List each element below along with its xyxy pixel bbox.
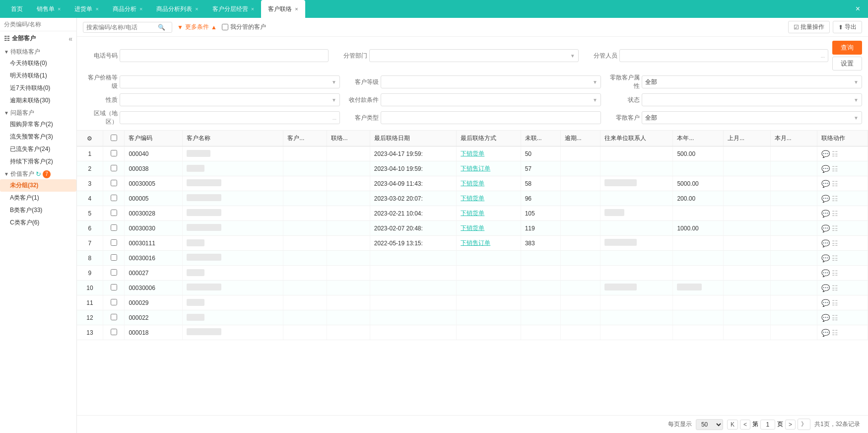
comment-icon[interactable]: 💬: [821, 314, 830, 322]
sidebar-item-overdue[interactable]: 逾期未联络(30): [0, 94, 76, 107]
sidebar-item-declining[interactable]: 持续下滑客户(2): [0, 155, 76, 168]
my-customers-checkbox[interactable]: [222, 24, 228, 30]
grid-action-icon[interactable]: ☷: [832, 224, 838, 232]
export-button[interactable]: ⬆ 导出: [833, 21, 862, 33]
row-checkbox[interactable]: [111, 299, 117, 305]
tab-product-analysis-close[interactable]: ×: [139, 6, 142, 12]
cell-check[interactable]: [103, 191, 125, 206]
cell-check[interactable]: [103, 176, 125, 191]
sync-icon[interactable]: ↻: [36, 170, 41, 178]
page-size-select[interactable]: 50 20 100: [696, 419, 723, 430]
reset-button[interactable]: 设置: [832, 57, 862, 71]
sidebar-item-classC[interactable]: C类客户(6): [0, 216, 76, 229]
payment-select[interactable]: ▼: [381, 93, 601, 106]
comment-icon[interactable]: 💬: [821, 195, 830, 203]
grid-action-icon[interactable]: ☷: [832, 299, 838, 307]
more-conditions-btn[interactable]: ▼ 更多条件 ▲: [177, 23, 217, 31]
sidebar-item-today[interactable]: 今天待联络(0): [0, 57, 76, 70]
grid-action-icon[interactable]: ☷: [832, 239, 838, 247]
cell-check[interactable]: [103, 266, 125, 281]
cell-check[interactable]: [103, 310, 125, 325]
method-link[interactable]: 下销售订单: [461, 239, 490, 246]
th-settings[interactable]: ⚙: [77, 131, 103, 146]
scatter-cust-select[interactable]: 全部 ▼: [642, 111, 862, 124]
comment-icon[interactable]: 💬: [821, 180, 830, 188]
row-checkbox[interactable]: [111, 239, 117, 246]
search-input[interactable]: [86, 24, 156, 31]
sidebar-item-churned[interactable]: 已流失客户(24): [0, 143, 76, 155]
cell-check[interactable]: [103, 325, 125, 340]
nature-select[interactable]: ▼: [120, 93, 340, 106]
tab-product-analysis[interactable]: 商品分析 ×: [106, 0, 149, 18]
sidebar-item-classB[interactable]: B类客户(33): [0, 204, 76, 216]
scatter-attr-select[interactable]: 全部 ▼: [642, 75, 862, 88]
comment-icon[interactable]: 💬: [821, 150, 830, 158]
check-all[interactable]: [111, 135, 117, 141]
th-check[interactable]: [103, 131, 125, 146]
grid-action-icon[interactable]: ☷: [832, 180, 838, 188]
row-checkbox[interactable]: [111, 269, 117, 276]
page-input[interactable]: [760, 420, 775, 430]
batch-op-button[interactable]: ☑ 批量操作: [788, 21, 830, 33]
comment-icon[interactable]: 💬: [821, 284, 830, 292]
grid-action-icon[interactable]: ☷: [832, 150, 838, 158]
cell-check[interactable]: [103, 206, 125, 221]
last-page-btn[interactable]: 》: [798, 419, 810, 430]
row-checkbox[interactable]: [111, 150, 117, 156]
tab-home[interactable]: 首页: [4, 0, 30, 18]
close-all-tabs[interactable]: ×: [852, 4, 864, 13]
sidebar-search-input[interactable]: [4, 21, 77, 28]
tab-customer-contact-close[interactable]: ×: [295, 6, 298, 12]
row-checkbox[interactable]: [111, 224, 117, 231]
manager-select[interactable]: ...: [619, 49, 828, 62]
cust-type-select[interactable]: [381, 111, 601, 124]
cell-check[interactable]: [103, 221, 125, 236]
tab-product-analysis-list-close[interactable]: ×: [195, 6, 198, 12]
next-page-btn[interactable]: >: [785, 420, 796, 430]
comment-icon[interactable]: 💬: [821, 239, 830, 247]
row-checkbox[interactable]: [111, 165, 117, 171]
comment-icon[interactable]: 💬: [821, 224, 830, 232]
row-checkbox[interactable]: [111, 329, 117, 335]
group-problem-customer[interactable]: ▼ 问题客户: [0, 107, 76, 118]
cell-check[interactable]: [103, 146, 125, 161]
row-checkbox[interactable]: [111, 314, 117, 320]
comment-icon[interactable]: 💬: [821, 299, 830, 307]
query-button[interactable]: 查询: [832, 41, 862, 55]
prev-page-btn[interactable]: <: [740, 420, 750, 430]
grid-action-icon[interactable]: ☷: [832, 195, 838, 203]
collapse-sidebar-icon[interactable]: «: [68, 35, 72, 43]
region-select[interactable]: ...: [120, 111, 340, 124]
sidebar-item-7days[interactable]: 近7天待联络(0): [0, 82, 76, 94]
grid-action-icon[interactable]: ☷: [832, 314, 838, 322]
tab-customer-tier[interactable]: 客户分层经营 ×: [205, 0, 261, 18]
method-link[interactable]: 下销售订单: [461, 165, 490, 172]
row-checkbox[interactable]: [111, 195, 117, 201]
grid-action-icon[interactable]: ☷: [832, 165, 838, 173]
row-checkbox[interactable]: [111, 180, 117, 186]
method-link[interactable]: 下销货单: [461, 150, 484, 157]
group-value-customer[interactable]: ▼ 价值客户 ↻ 7: [0, 168, 76, 179]
sidebar-item-unassigned[interactable]: 未分组(32): [0, 179, 76, 192]
cell-check[interactable]: [103, 281, 125, 295]
row-checkbox[interactable]: [111, 254, 117, 261]
grid-action-icon[interactable]: ☷: [832, 329, 838, 337]
comment-icon[interactable]: 💬: [821, 254, 830, 262]
comment-icon[interactable]: 💬: [821, 165, 830, 173]
cell-check[interactable]: [103, 295, 125, 310]
phone-input[interactable]: [120, 49, 329, 62]
row-checkbox[interactable]: [111, 210, 117, 216]
grid-action-icon[interactable]: ☷: [832, 269, 838, 277]
search-icon[interactable]: 🔍: [158, 24, 165, 31]
row-checkbox[interactable]: [111, 284, 117, 290]
comment-icon[interactable]: 💬: [821, 329, 830, 337]
first-page-btn[interactable]: K: [727, 420, 738, 430]
method-link[interactable]: 下销货单: [461, 224, 484, 231]
status-select[interactable]: ▼: [642, 93, 862, 106]
comment-icon[interactable]: 💬: [821, 269, 830, 277]
cell-check[interactable]: [103, 236, 125, 251]
grid-action-icon[interactable]: ☷: [832, 210, 838, 217]
tab-purchase-close[interactable]: ×: [95, 6, 98, 12]
cell-check[interactable]: [103, 251, 125, 266]
tab-purchase[interactable]: 进货单 ×: [67, 0, 105, 18]
